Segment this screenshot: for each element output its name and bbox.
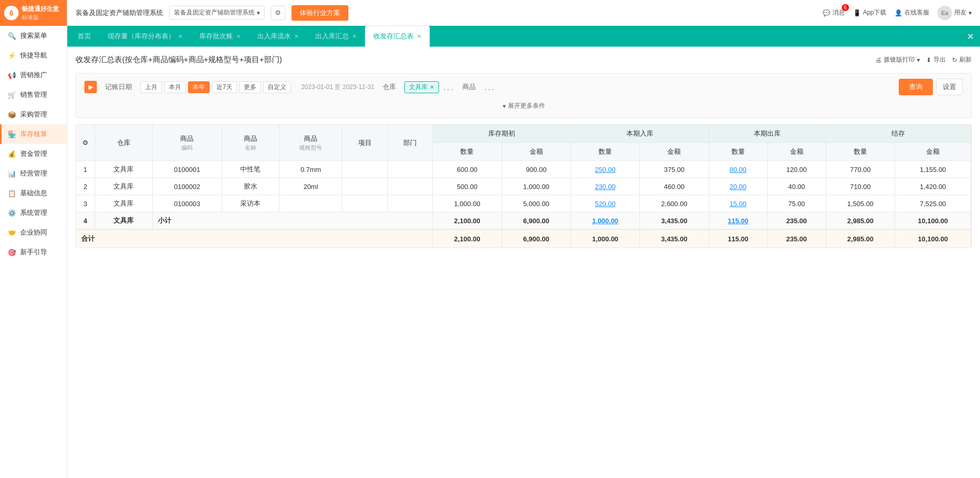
- filter-expand-arrow[interactable]: ▶: [84, 81, 97, 93]
- row-in-qty-link-0[interactable]: 250.00: [595, 166, 616, 173]
- col-settings-header[interactable]: ⚙: [76, 125, 95, 161]
- sidebar-item-label-marketing: 营销推广: [20, 70, 47, 80]
- date-btn-自定义[interactable]: 自定义: [263, 81, 291, 93]
- guide-icon: 🎯: [8, 248, 16, 256]
- tab-0[interactable]: 首页: [69, 26, 99, 47]
- row-out-qty-link-1[interactable]: 20.00: [729, 183, 747, 191]
- config-button[interactable]: ⚙: [271, 6, 285, 20]
- total-init-qty: 2,100.00: [433, 229, 502, 248]
- sidebar-item-inventory[interactable]: 🏪库存核算: [0, 124, 67, 144]
- tab-label-0: 首页: [78, 32, 91, 41]
- expand-more-btn[interactable]: ▾ 展开更多条件: [84, 99, 963, 112]
- sidebar-item-operations[interactable]: 📊经营管理: [0, 164, 67, 183]
- tabs-container: 首页现存量（库存分布表）✕库存批次账✕出入库流水✕出入库汇总✕收发存汇总表✕: [69, 26, 963, 47]
- user-button[interactable]: Ea 用友 ▾: [938, 6, 972, 20]
- row-end-amt-2: 7,525.00: [895, 195, 971, 212]
- warehouse-tag[interactable]: 文具库 ✕: [404, 81, 439, 93]
- subtotal-in-qty-link[interactable]: 1,000.00: [592, 217, 619, 225]
- sidebar-item-guide[interactable]: 🎯新手引导: [0, 242, 67, 262]
- sidebar-item-system[interactable]: ⚙️系统管理: [0, 203, 67, 223]
- subtotal-row: 4 文具库 小计 2,100.00 6,900.00 1,000.00 3,43…: [76, 212, 971, 230]
- col-out-qty-header: 数量: [709, 143, 767, 161]
- tab-1[interactable]: 现存量（库存分布表）✕: [99, 26, 191, 47]
- page-title-actions: 🖨 拨镀版打印 ▾ ⬇ 导出 ↻ 刷新: [875, 55, 972, 64]
- date-btn-更多[interactable]: 更多: [239, 81, 261, 93]
- tab-close-3[interactable]: ✕: [294, 33, 299, 40]
- row-dept-2: [387, 195, 433, 212]
- sidebar-item-sales[interactable]: 🛒销售管理: [0, 85, 67, 105]
- col-init-amt-header: 金额: [502, 143, 571, 161]
- refresh-button[interactable]: ↻ 刷新: [952, 55, 972, 64]
- row-end-amt-1: 1,420.00: [895, 178, 971, 195]
- row-in-qty-link-1[interactable]: 230.00: [595, 183, 616, 191]
- row-goods-code-1: 0100002: [153, 178, 222, 195]
- row-init-amt-2: 5,000.00: [502, 195, 571, 212]
- table-header-row-1: ⚙ 仓库 商品编码 商品名称 商品规格型号 项目 部门 库存期初 本期入库 本期…: [76, 125, 971, 143]
- filter-row-main: ▶ 记账日期 上月本月本年近7天更多自定义 2023-01-01 至 2023-…: [84, 79, 963, 95]
- row-in-qty-link-2[interactable]: 520.00: [595, 200, 616, 208]
- col-in-qty-header: 数量: [571, 143, 639, 161]
- sidebar-item-quick-nav[interactable]: ⚡快捷导航: [0, 46, 67, 65]
- tab-close-4[interactable]: ✕: [352, 33, 357, 40]
- query-button[interactable]: 查询: [899, 79, 933, 95]
- setting-button[interactable]: 设置: [936, 79, 963, 95]
- total-init-amt: 6,900.00: [502, 229, 571, 248]
- sidebar-item-finance[interactable]: 💰资金管理: [0, 144, 67, 164]
- sidebar-item-label-basic-info: 基础信息: [20, 189, 47, 198]
- row-out-amt-2: 75.00: [767, 195, 826, 212]
- subtotal-end-amt: 10,100.00: [895, 212, 971, 230]
- col-goods-name-header: 商品名称: [222, 125, 280, 161]
- row-out-qty-2: 15.00: [709, 195, 767, 212]
- row-in-qty-2: 520.00: [571, 195, 639, 212]
- basic-info-icon: 📋: [8, 189, 16, 197]
- date-btn-上月[interactable]: 上月: [140, 81, 162, 93]
- trial-button[interactable]: 体验行业方案: [291, 5, 348, 21]
- row-out-qty-0: 80.00: [709, 161, 767, 178]
- sidebar-item-basic-info[interactable]: 📋基础信息: [0, 183, 67, 203]
- sidebar-item-marketing[interactable]: 📢营销推广: [0, 65, 67, 85]
- warehouse-more[interactable]: ...: [443, 82, 454, 93]
- tab-2[interactable]: 库存批次账✕: [191, 26, 249, 47]
- print-button[interactable]: 🖨 拨镀版打印 ▾: [875, 55, 920, 64]
- sidebar-item-purchase[interactable]: 📦采购管理: [0, 105, 67, 124]
- system-select[interactable]: 装备及固定资产辅助管理系统 ▾: [169, 6, 265, 20]
- tab-close-5[interactable]: ✕: [417, 33, 421, 40]
- sidebar-item-search[interactable]: 🔍搜索菜单: [0, 26, 67, 46]
- sidebar-item-enterprise[interactable]: 🤝企业协同: [0, 223, 67, 242]
- goods-more[interactable]: ...: [484, 82, 495, 93]
- row-init-qty-2: 1,000.00: [433, 195, 502, 212]
- warehouse-tag-close[interactable]: ✕: [430, 84, 434, 91]
- tab-close-1[interactable]: ✕: [178, 33, 183, 40]
- topbar-right: 💬 消息 6 📱 App下载 👤 在线客服 Ea 用友 ▾: [823, 6, 972, 20]
- subtotal-out-qty-link[interactable]: 115.00: [728, 217, 749, 225]
- tab-label-4: 出入库汇总: [315, 32, 349, 41]
- sidebar-item-label-quick-nav: 快捷导航: [20, 51, 47, 60]
- filter-bar: ▶ 记账日期 上月本月本年近7天更多自定义 2023-01-01 至 2023-…: [76, 73, 972, 118]
- export-button[interactable]: ⬇ 导出: [926, 55, 946, 64]
- col-end-stock-header: 结存: [826, 125, 971, 143]
- tab-close-2[interactable]: ✕: [236, 33, 241, 40]
- message-button[interactable]: 💬 消息 6: [823, 8, 845, 17]
- date-btn-本月[interactable]: 本月: [164, 81, 186, 93]
- row-out-qty-link-2[interactable]: 15.00: [729, 200, 747, 208]
- tab-4[interactable]: 出入库汇总✕: [307, 26, 365, 47]
- row-project-2: [342, 195, 388, 212]
- tab-3[interactable]: 出入库流水✕: [249, 26, 307, 47]
- app-download-button[interactable]: 📱 App下载: [853, 8, 886, 17]
- table-row: 3 文具库 0100003 采访本 1,000.00 5,000.00 520.…: [76, 195, 971, 212]
- row-out-qty-link-0[interactable]: 80.00: [729, 166, 747, 173]
- date-btn-本年[interactable]: 本年: [188, 81, 210, 93]
- finance-icon: 💰: [8, 150, 16, 158]
- online-service-button[interactable]: 👤 在线客服: [895, 8, 929, 17]
- page-title: 收发存汇总表(按仓库+商品编码+商品+规格型号+项目+部门): [76, 55, 282, 65]
- filter-actions: 查询 设置: [899, 79, 963, 95]
- row-warehouse-2: 文具库: [95, 195, 153, 212]
- tabs-close-all[interactable]: ✕: [963, 32, 978, 41]
- quick-nav-icon: ⚡: [8, 51, 16, 60]
- row-no-0: 1: [76, 161, 95, 178]
- message-badge: 6: [842, 4, 849, 11]
- date-btn-近7天[interactable]: 近7天: [212, 81, 237, 93]
- tab-5[interactable]: 收发存汇总表✕: [365, 26, 430, 47]
- row-no-2: 3: [76, 195, 95, 212]
- col-in-amt-header: 金额: [640, 143, 709, 161]
